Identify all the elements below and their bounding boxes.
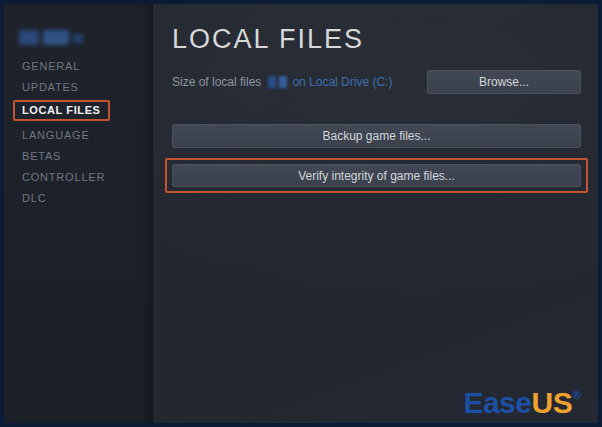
- local-files-size-row: Size of local files on Local Drive (C:) …: [172, 70, 581, 94]
- sidebar-item-local-files[interactable]: LOCAL FILES: [22, 97, 147, 124]
- easeus-logo-ease: Ease: [463, 386, 531, 419]
- registered-trademark-icon: ®: [572, 388, 581, 402]
- sidebar-item-label: UPDATES: [22, 81, 79, 93]
- page-title: LOCAL FILES: [172, 24, 581, 55]
- sidebar-item-label: GENERAL: [22, 60, 80, 72]
- sidebar-nav: GENERAL UPDATES LOCAL FILES LANGUAGE BET…: [22, 55, 147, 208]
- verify-highlight-box: Verify integrity of game files...: [165, 158, 588, 193]
- sidebar-item-updates[interactable]: UPDATES: [22, 76, 147, 97]
- sidebar-item-dlc[interactable]: DLC: [22, 187, 147, 208]
- backup-game-files-button[interactable]: Backup game files...: [172, 124, 581, 148]
- sidebar: GENERAL UPDATES LOCAL FILES LANGUAGE BET…: [4, 4, 153, 423]
- size-location-text: on Local Drive (C:): [292, 75, 392, 89]
- sidebar-item-label: LOCAL FILES: [13, 100, 110, 121]
- sidebar-item-label: DLC: [22, 192, 46, 204]
- sidebar-item-label: CONTROLLER: [22, 171, 105, 183]
- sidebar-item-language[interactable]: LANGUAGE: [22, 124, 147, 145]
- easeus-watermark-logo: EaseUS®: [463, 386, 581, 419]
- sidebar-item-general[interactable]: GENERAL: [22, 55, 147, 76]
- main-panel: LOCAL FILES Size of local files on Local…: [153, 4, 598, 423]
- redacted-game-title: [19, 30, 83, 45]
- redacted-size-value: [268, 76, 287, 88]
- browse-button[interactable]: Browse...: [427, 70, 581, 94]
- sidebar-item-betas[interactable]: BETAS: [22, 145, 147, 166]
- sidebar-item-label: LANGUAGE: [22, 129, 90, 141]
- easeus-logo-us: US: [531, 386, 572, 419]
- sidebar-item-label: BETAS: [22, 150, 61, 162]
- steam-properties-window: GENERAL UPDATES LOCAL FILES LANGUAGE BET…: [0, 0, 602, 427]
- size-label: Size of local files: [172, 75, 261, 89]
- sidebar-item-controller[interactable]: CONTROLLER: [22, 166, 147, 187]
- verify-integrity-button[interactable]: Verify integrity of game files...: [172, 164, 581, 187]
